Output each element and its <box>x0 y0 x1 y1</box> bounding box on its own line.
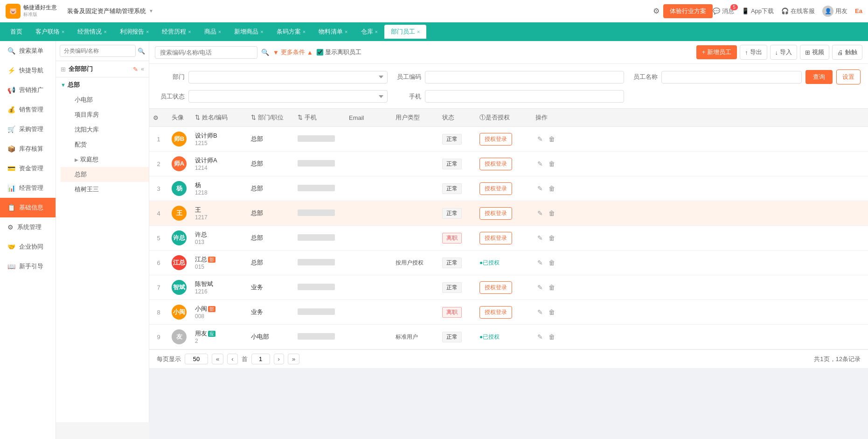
tab-barcode[interactable]: 条码方案 × <box>270 25 312 39</box>
edit-button[interactable]: ✎ <box>535 209 545 218</box>
dept-item-xiangmukufang[interactable]: 项目库房 <box>61 107 149 122</box>
user-avatar-button[interactable]: 👤 用友 <box>822 6 847 17</box>
tab-operation[interactable]: 经营情况 × <box>71 25 113 39</box>
edit-button[interactable]: ✎ <box>535 159 545 168</box>
tab-history-close[interactable]: × <box>188 29 191 35</box>
th-dept[interactable]: ⇅ 部门/职位 <box>247 109 294 127</box>
edit-button[interactable]: ✎ <box>535 332 545 341</box>
tab-goods[interactable]: 商品 × <box>198 25 228 39</box>
empname-filter-input[interactable] <box>661 71 802 84</box>
authorize-button[interactable]: 授权登录 <box>479 232 512 244</box>
dept-item-xiaodianbu[interactable]: 小电部 <box>61 92 149 107</box>
sidebar-item-sales[interactable]: 💰 销售管理 <box>0 100 56 119</box>
dept-search-icon[interactable]: 🔍 <box>138 48 145 55</box>
filter-search-button[interactable]: 查询 <box>806 70 833 84</box>
delete-button[interactable]: 🗑 <box>547 159 557 168</box>
dept-collapse-icon[interactable]: « <box>141 66 144 72</box>
print-button[interactable]: 🖨 触触 <box>832 45 862 60</box>
dept-item-shenyang[interactable]: 沈阳大库 <box>61 122 149 137</box>
edit-button[interactable]: ✎ <box>535 233 545 243</box>
sidebar-item-quick-nav[interactable]: ⚡ 快捷导航 <box>0 61 56 80</box>
tab-dept-employee-close[interactable]: × <box>417 29 420 35</box>
empcode-filter-input[interactable] <box>425 71 624 84</box>
message-button[interactable]: 💬 消息 5 <box>713 7 734 15</box>
sidebar-item-marketing[interactable]: 📢 营销推广 <box>0 80 56 100</box>
tab-warehouse[interactable]: 仓库 × <box>354 25 384 39</box>
online-service-button[interactable]: 🎧 在线客服 <box>781 7 815 15</box>
delete-button[interactable]: 🗑 <box>547 258 557 267</box>
dept-item-zongbu-sub[interactable]: 总部 <box>61 167 149 182</box>
next-page-button[interactable]: › <box>274 354 284 364</box>
tab-home[interactable]: 首页 <box>4 25 29 39</box>
prev-page-button[interactable]: ‹ <box>227 354 237 364</box>
edit-button[interactable]: ✎ <box>535 134 545 144</box>
tab-goods-close[interactable]: × <box>218 29 221 35</box>
delete-button[interactable]: 🗑 <box>547 283 557 292</box>
per-page-input[interactable] <box>185 354 208 364</box>
dept-filter-select[interactable] <box>188 71 388 84</box>
edit-button[interactable]: ✎ <box>535 184 545 193</box>
add-employee-button[interactable]: + 新增员工 <box>696 45 737 59</box>
sidebar-item-system[interactable]: ⚙ 系统管理 <box>0 217 56 237</box>
authorize-button[interactable]: 授权登录 <box>479 182 512 195</box>
sidebar-item-finance[interactable]: 💳 资金管理 <box>0 159 56 178</box>
delete-button[interactable]: 🗑 <box>547 233 557 243</box>
delete-button[interactable]: 🗑 <box>547 332 557 341</box>
dept-edit-icon[interactable]: ✎ <box>133 66 138 73</box>
app-download-button[interactable]: 📱 App下载 <box>742 7 774 15</box>
edit-button[interactable]: ✎ <box>535 307 545 317</box>
export-button[interactable]: ↑ 导出 <box>740 45 767 60</box>
th-name[interactable]: ⇅ 姓名/编码 <box>191 109 247 127</box>
employee-search-button[interactable]: 🔍 <box>261 49 269 56</box>
first-page-button[interactable]: « <box>212 354 223 364</box>
edit-button[interactable]: ✎ <box>535 283 545 292</box>
sidebar-item-operations[interactable]: 📊 经营管理 <box>0 178 56 198</box>
authorize-button[interactable]: 授权登录 <box>479 281 512 294</box>
phone-filter-input[interactable] <box>425 90 624 103</box>
last-page-button[interactable]: » <box>288 354 299 364</box>
dept-item-root-zongbu[interactable]: ▼ 总部 <box>56 77 149 92</box>
more-filter-button[interactable]: ▼ 更多条件 ▲ <box>273 48 313 56</box>
delete-button[interactable]: 🗑 <box>547 184 557 193</box>
authorize-button[interactable]: 授权登录 <box>479 158 512 170</box>
empstatus-filter-select[interactable] <box>188 90 388 103</box>
tab-add-goods-close[interactable]: × <box>260 29 263 35</box>
delete-button[interactable]: 🗑 <box>547 134 557 144</box>
gear-settings-button[interactable]: ⚙ <box>653 7 660 15</box>
view-mode-button[interactable]: ⊞ 视频 <box>800 45 829 60</box>
sidebar-item-collab[interactable]: 🤝 企业协同 <box>0 237 56 257</box>
sidebar-item-purchase[interactable]: 🛒 采购管理 <box>0 119 56 139</box>
tab-profit[interactable]: 利润报告 × <box>113 25 155 39</box>
tab-operation-close[interactable]: × <box>104 29 106 35</box>
tab-barcode-close[interactable]: × <box>303 29 306 35</box>
tab-bom[interactable]: 物料清单 × <box>312 25 354 39</box>
trial-button[interactable]: 体验行业方案 <box>663 4 713 18</box>
tab-add-goods[interactable]: 新增商品 × <box>228 25 270 39</box>
authorize-button[interactable]: 授权登录 <box>479 133 512 146</box>
employee-search-input[interactable] <box>155 46 257 59</box>
tab-customer[interactable]: 客户联络 × <box>29 25 71 39</box>
show-resigned-checkbox[interactable] <box>317 49 323 56</box>
authorize-button[interactable]: 授权登录 <box>479 207 512 220</box>
sidebar-item-search[interactable]: 🔍 搜索菜单 <box>0 41 56 61</box>
th-settings[interactable]: ⚙ <box>149 109 168 127</box>
dept-search-input[interactable] <box>60 45 136 57</box>
tab-profit-close[interactable]: × <box>146 29 149 35</box>
import-button[interactable]: ↓ 导入 <box>770 45 798 60</box>
show-resigned-checkbox-label[interactable]: 显示离职员工 <box>317 48 361 56</box>
filter-settings-button[interactable]: 设置 <box>836 70 861 84</box>
page-input[interactable] <box>251 354 270 364</box>
sidebar-item-basic-info[interactable]: 📋 基础信息 <box>0 198 56 217</box>
tab-dept-employee[interactable]: 部门员工 × <box>384 25 426 39</box>
th-phone[interactable]: ⇅ 手机 <box>294 109 345 127</box>
dept-item-peihuo[interactable]: 配货 <box>61 137 149 152</box>
system-title-dropdown-icon[interactable]: ▼ <box>149 8 153 14</box>
delete-button[interactable]: 🗑 <box>547 307 557 317</box>
tab-history[interactable]: 经营历程 × <box>155 25 197 39</box>
edit-button[interactable]: ✎ <box>535 258 545 267</box>
tab-bom-close[interactable]: × <box>345 29 347 35</box>
authorize-button[interactable]: 授权登录 <box>479 306 512 319</box>
dept-item-shuangting[interactable]: ▶ 双庭想 <box>61 152 149 167</box>
tab-warehouse-close[interactable]: × <box>375 29 378 35</box>
sidebar-item-guide[interactable]: 📖 新手引导 <box>0 257 56 276</box>
